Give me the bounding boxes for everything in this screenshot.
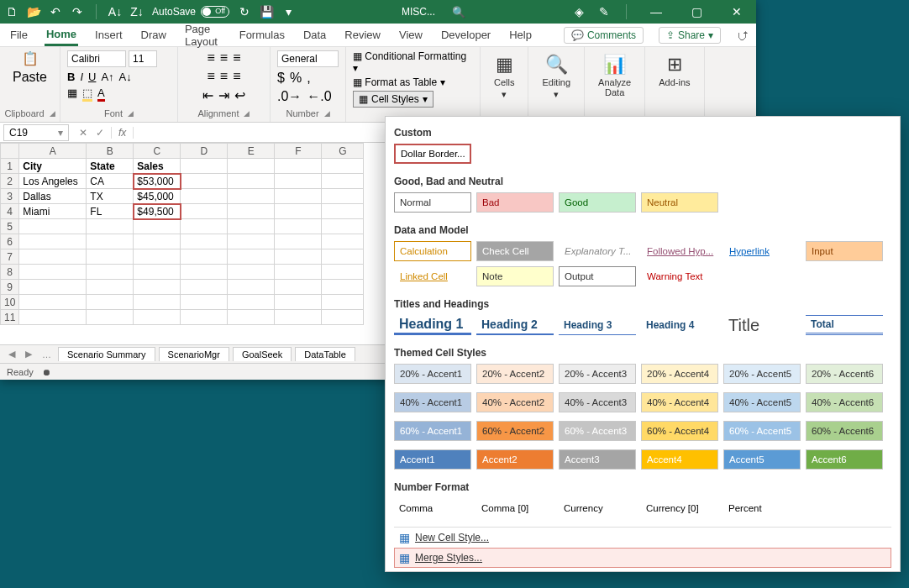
sheet-nav-next-icon[interactable]: ▶ — [22, 349, 35, 360]
close-button[interactable]: ✕ — [722, 5, 751, 18]
style-swatch[interactable]: 40% - Accent5 — [723, 392, 801, 412]
sheet-nav-prev-icon[interactable]: ◀ — [5, 349, 18, 360]
pen-icon[interactable]: ✎ — [597, 5, 611, 18]
sort-asc-icon[interactable]: A↓ — [108, 5, 122, 18]
style-swatch[interactable]: 20% - Accent6 — [806, 364, 883, 384]
style-swatch[interactable]: Heading 1 — [394, 315, 471, 335]
style-swatch[interactable]: 40% - Accent1 — [394, 392, 471, 412]
style-swatch[interactable]: 60% - Accent2 — [476, 421, 554, 441]
number-dialog-icon[interactable]: ◢ — [324, 109, 330, 118]
comma-icon[interactable]: , — [307, 71, 310, 86]
record-macro-icon[interactable]: ⏺ — [42, 367, 51, 377]
style-swatch[interactable]: Neutral — [641, 192, 718, 213]
name-box[interactable]: C19▾ — [3, 124, 69, 141]
decrease-decimal-icon[interactable]: ←.0 — [307, 89, 331, 104]
align-left-icon[interactable]: ≡ — [207, 69, 214, 84]
style-swatch[interactable]: Accent5 — [723, 449, 801, 470]
align-center-icon[interactable]: ≡ — [220, 69, 228, 84]
sheet-tab[interactable]: GoalSeek — [233, 347, 292, 361]
style-swatch[interactable]: Followed Hyp... — [641, 241, 718, 261]
increase-decimal-icon[interactable]: .0→ — [277, 89, 302, 104]
align-top-icon[interactable]: ≡ — [207, 50, 214, 66]
font-dialog-icon[interactable]: ◢ — [128, 109, 134, 118]
bold-button[interactable]: B — [67, 71, 75, 83]
style-swatch[interactable]: Accent4 — [641, 449, 718, 470]
col-header[interactable]: E — [228, 144, 275, 159]
tab-insert[interactable]: Insert — [93, 24, 124, 46]
diamond-icon[interactable]: ◈ — [572, 5, 586, 18]
maximize-button[interactable]: ▢ — [682, 5, 711, 18]
style-swatch[interactable]: Title — [723, 315, 801, 335]
sheet-tab[interactable]: Scenario Summary — [58, 347, 155, 361]
col-header[interactable]: F — [275, 144, 322, 159]
style-swatch[interactable]: Calculation — [394, 241, 471, 261]
style-swatch[interactable]: Heading 3 — [559, 315, 636, 335]
border-icon[interactable]: ▦ — [67, 87, 77, 102]
tab-data[interactable]: Data — [302, 24, 328, 46]
style-swatch[interactable]: 40% - Accent6 — [806, 392, 883, 412]
editing-button[interactable]: 🔍Editing▾ — [535, 50, 577, 103]
currency-icon[interactable]: $ — [277, 71, 285, 86]
style-swatch[interactable]: Accent3 — [559, 449, 636, 470]
save-icon[interactable]: 💾 — [260, 5, 273, 18]
sheet-tab[interactable]: DataTable — [295, 347, 355, 361]
style-swatch[interactable]: Comma [0] — [476, 498, 554, 518]
style-swatch[interactable]: Heading 4 — [641, 315, 718, 335]
tab-pagelayout[interactable]: Page Layout — [183, 24, 223, 46]
tab-formulas[interactable]: Formulas — [238, 24, 286, 46]
decrease-font-icon[interactable]: A↓ — [119, 71, 132, 83]
alignment-dialog-icon[interactable]: ◢ — [244, 109, 250, 118]
underline-button[interactable]: U — [88, 71, 96, 83]
clipboard-dialog-icon[interactable]: ◢ — [50, 109, 55, 118]
style-swatch[interactable]: Currency — [559, 498, 636, 518]
col-header[interactable]: D — [181, 144, 228, 159]
align-bot-icon[interactable]: ≡ — [233, 50, 240, 66]
fx-icon[interactable]: fx — [111, 127, 134, 139]
style-swatch[interactable]: 20% - Accent4 — [641, 364, 718, 384]
style-swatch[interactable]: Good — [559, 192, 636, 213]
style-swatch[interactable]: 20% - Accent5 — [723, 364, 801, 384]
style-swatch[interactable]: Heading 2 — [476, 315, 554, 335]
style-swatch[interactable]: Accent1 — [394, 449, 471, 470]
comments-button[interactable]: 💬 Comments — [564, 27, 644, 44]
cell-styles-button[interactable]: ▦ Cell Styles ▾ — [353, 91, 433, 108]
increase-font-icon[interactable]: A↑ — [101, 71, 113, 83]
sheet-nav-more-icon[interactable]: … — [39, 349, 55, 360]
style-swatch[interactable]: Total — [806, 315, 883, 335]
style-swatch-custom[interactable]: Dollar Border... — [394, 144, 471, 164]
tab-help[interactable]: Help — [507, 24, 533, 46]
style-swatch[interactable]: Accent2 — [476, 449, 554, 470]
select-all-corner[interactable] — [1, 144, 19, 159]
share-button[interactable]: ⇪ Share ▾ — [659, 27, 721, 44]
style-swatch[interactable]: 20% - Accent1 — [394, 364, 471, 384]
col-header[interactable]: B — [87, 144, 134, 159]
style-swatch[interactable]: Linked Cell — [394, 266, 471, 286]
merge-styles-button[interactable]: ▦Merge Styles... — [394, 548, 891, 568]
tab-view[interactable]: View — [397, 24, 424, 46]
font-color-icon[interactable]: A — [97, 87, 105, 102]
fill-color-icon[interactable]: ⬚ — [82, 87, 92, 102]
style-swatch[interactable]: 60% - Accent3 — [559, 421, 636, 441]
format-as-table-button[interactable]: ▦ Format as Table ▾ — [353, 76, 445, 88]
wrap-text-icon[interactable]: ↩ — [234, 87, 245, 103]
style-swatch[interactable]: Accent6 — [806, 449, 883, 470]
style-swatch[interactable]: Output — [559, 266, 636, 286]
autosave-toggle[interactable]: AutoSave Off — [152, 6, 229, 18]
indent-inc-icon[interactable]: ⇥ — [218, 87, 229, 103]
style-swatch[interactable]: 60% - Accent4 — [641, 421, 718, 441]
style-swatch[interactable]: Currency [0] — [641, 498, 718, 518]
style-swatch[interactable]: Bad — [476, 192, 554, 213]
undo-icon[interactable]: ↶ — [49, 5, 62, 18]
style-swatch[interactable]: Normal — [394, 192, 471, 213]
new-icon[interactable]: 🗋 — [5, 5, 18, 18]
tab-developer[interactable]: Developer — [439, 24, 492, 46]
percent-icon[interactable]: % — [290, 71, 302, 86]
style-swatch[interactable]: Note — [476, 266, 554, 286]
cells-button[interactable]: ▦Cells▾ — [487, 50, 521, 103]
style-swatch[interactable]: Comma — [394, 498, 471, 518]
conditional-formatting-button[interactable]: ▦ Conditional Formatting ▾ — [353, 50, 473, 74]
tab-home[interactable]: Home — [45, 24, 78, 46]
sheet-tab[interactable]: ScenarioMgr — [159, 347, 229, 361]
italic-button[interactable]: I — [80, 71, 83, 83]
search-icon[interactable]: 🔍 — [452, 6, 465, 18]
